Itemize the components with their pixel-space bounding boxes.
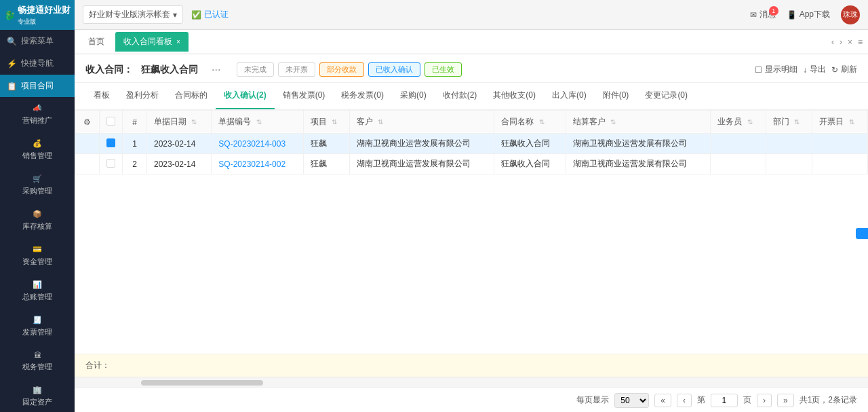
total-bar: 合计： (75, 354, 868, 377)
cell-salesperson (711, 134, 766, 154)
tab-income-confirm[interactable]: 收入确认(2) (216, 83, 275, 109)
sidebar-item-assets[interactable]: 🏢 固定资产 (0, 379, 75, 412)
sidebar-item-sales[interactable]: 💰 销售管理 (0, 132, 75, 168)
sidebar-item-invoice[interactable]: 🧾 发票管理 (0, 309, 75, 344)
per-page-label: 每页显示 (576, 394, 609, 406)
page-number-input[interactable] (711, 394, 738, 407)
sidebar-item-purchase[interactable]: 🛒 采购管理 (0, 168, 75, 203)
refresh-btn[interactable]: ↻ 刷新 (831, 64, 857, 75)
show-detail-btn[interactable]: ☐ 显示明细 (755, 64, 797, 75)
pagination: 每页显示 50 100 200 « ‹ 第 页 › » 共1页，2条记录 (75, 388, 868, 412)
record-number-link[interactable]: SQ-20230214-002 (218, 160, 285, 169)
status-partial-btn[interactable]: 部分收款 (319, 62, 364, 77)
tab-profit[interactable]: 盈利分析 (118, 83, 167, 109)
per-page-select[interactable]: 50 100 200 (614, 393, 649, 408)
cell-contract-name: 狂飙收入合同 (494, 154, 566, 174)
scroll-bar-area[interactable] (75, 377, 868, 388)
tab-other-income[interactable]: 其他收支(0) (485, 83, 544, 109)
sidebar-item-label: 资金管理 (22, 257, 52, 267)
tab-next-icon[interactable]: › (840, 37, 842, 47)
col-salesperson[interactable]: 业务员 ⇅ (711, 111, 766, 134)
tab-change-log[interactable]: 变更记录(0) (637, 83, 696, 109)
status-confirmed-btn[interactable]: 已收入确认 (368, 62, 420, 77)
next-page-btn[interactable]: › (757, 394, 772, 407)
purchase-icon: 🛒 (33, 174, 42, 183)
tab-out-in[interactable]: 出入库(0) (544, 83, 595, 109)
main-area: 好业财专业版演示帐套 ▾ ✅ 已认证 ✉ 1 消息 📱 App下载 珠珠 (75, 0, 868, 412)
tab-menu-icon[interactable]: ≡ (858, 37, 863, 47)
col-customer[interactable]: 客户 ⇅ (349, 111, 494, 134)
user-name: 珠珠 (843, 10, 858, 20)
col-open-date[interactable]: 开票日 ⇅ (812, 111, 868, 134)
contract-more-btn[interactable]: ··· (212, 64, 220, 76)
cell-contract-name: 狂飙收入合同 (494, 134, 566, 154)
settings-icon: ⚙ (83, 117, 91, 127)
home-label: 首页 (88, 37, 104, 46)
chevron-down-icon: ▾ (173, 10, 177, 20)
prev-page-btn[interactable]: ‹ (677, 394, 692, 407)
company-selector[interactable]: 好业财专业版演示帐套 ▾ (83, 5, 183, 24)
header-checkbox[interactable] (106, 117, 115, 126)
income-contract-tab[interactable]: 收入合同看板 × (115, 32, 189, 52)
tab-prev-icon[interactable]: ‹ (831, 37, 834, 47)
cell-project: 狂飙 (303, 154, 349, 174)
cell-checkbox[interactable] (100, 134, 123, 154)
close-tab-icon[interactable]: × (176, 38, 180, 45)
col-number[interactable]: 单据编号 ⇅ (212, 111, 303, 134)
tab-close-icon[interactable]: × (848, 37, 852, 47)
cell-checkbox[interactable] (100, 154, 123, 174)
table-row[interactable]: 1 2023-02-14 SQ-20230214-003 狂飙 湖南卫视商业运营… (75, 134, 868, 154)
messages-btn[interactable]: ✉ 1 消息 (750, 9, 776, 20)
message-icon: ✉ (750, 10, 757, 20)
col-checkbox (100, 111, 123, 134)
tab-sales-invoice[interactable]: 销售发票(0) (275, 83, 334, 109)
tab-attachments[interactable]: 附件(0) (595, 83, 637, 109)
home-tab[interactable]: 首页 (80, 32, 113, 52)
side-note-btn[interactable]: 备注 (856, 228, 868, 239)
status-uninvoiced-btn[interactable]: 未开票 (278, 62, 315, 77)
status-incomplete-btn[interactable]: 未完成 (237, 62, 274, 77)
export-btn[interactable]: ↓ 导出 (803, 64, 826, 75)
sidebar-item-label: 采购管理 (22, 186, 52, 196)
col-settlement-customer[interactable]: 结算客户 ⇅ (566, 111, 711, 134)
app-download-btn[interactable]: 📱 App下载 (787, 9, 830, 20)
user-avatar[interactable]: 珠珠 (841, 5, 860, 24)
status-badges: 未完成 未开票 部分收款 已收入确认 已生效 (237, 62, 462, 77)
col-department[interactable]: 部门 ⇅ (766, 111, 812, 134)
col-contract-name[interactable]: 合同名称 ⇅ (494, 111, 566, 134)
sidebar-item-label: 税务管理 (22, 362, 52, 372)
sidebar-item-project[interactable]: 📋 项目合同 (0, 75, 75, 97)
first-page-btn[interactable]: « (654, 394, 671, 407)
tab-kanban[interactable]: 看板 (85, 83, 118, 109)
col-project[interactable]: 项目 ⇅ (303, 111, 349, 134)
logo-icon: 🐉 (4, 10, 15, 20)
sidebar-item-general[interactable]: 📊 总账管理 (0, 274, 75, 309)
tab-contract-std[interactable]: 合同标的 (167, 83, 216, 109)
col-no: # (123, 111, 147, 134)
topbar-right: ✉ 1 消息 📱 App下载 珠珠 (750, 5, 860, 24)
side-annotation: 备注 (856, 228, 868, 239)
cell-settings (75, 134, 100, 154)
status-effective-btn[interactable]: 已生效 (425, 62, 462, 77)
scroll-thumb[interactable] (141, 380, 263, 386)
sidebar-item-marketing[interactable]: 📣 营销推广 (0, 97, 75, 132)
page-label: 页 (743, 394, 751, 406)
col-settings[interactable]: ⚙ (75, 111, 100, 134)
search-icon: 🔍 (7, 37, 17, 46)
col-date[interactable]: 单据日期 ⇅ (147, 111, 212, 134)
search-menu-btn[interactable]: 🔍 搜索菜单 (0, 30, 75, 52)
table-area: ⚙ # 单据日期 ⇅ 单据编号 ⇅ 项目 ⇅ 客户 ⇅ 合同名称 ⇅ 结算客户 (75, 110, 868, 354)
sidebar-item-tax[interactable]: 🏛 税务管理 (0, 344, 75, 379)
sidebar-item-label: 项目合同 (21, 80, 54, 92)
table-row[interactable]: 2 2023-02-14 SQ-20230214-002 狂飙 湖南卫视商业运营… (75, 154, 868, 174)
tab-purchase[interactable]: 采购(0) (392, 83, 435, 109)
tab-tax-invoice[interactable]: 税务发票(0) (333, 83, 392, 109)
last-page-btn[interactable]: » (777, 394, 794, 407)
sidebar-item-funds[interactable]: 💳 资金管理 (0, 238, 75, 274)
sidebar-item-inventory[interactable]: 📦 库存核算 (0, 203, 75, 238)
cell-settlement-customer: 湖南卫视商业运营发展有限公司 (566, 134, 711, 154)
record-number-link[interactable]: SQ-20230214-003 (218, 139, 285, 149)
page-label-pre: 第 (697, 394, 705, 406)
quick-nav-btn[interactable]: ⚡ 快捷导航 (0, 52, 75, 75)
tab-payment[interactable]: 收付款(2) (435, 83, 486, 109)
